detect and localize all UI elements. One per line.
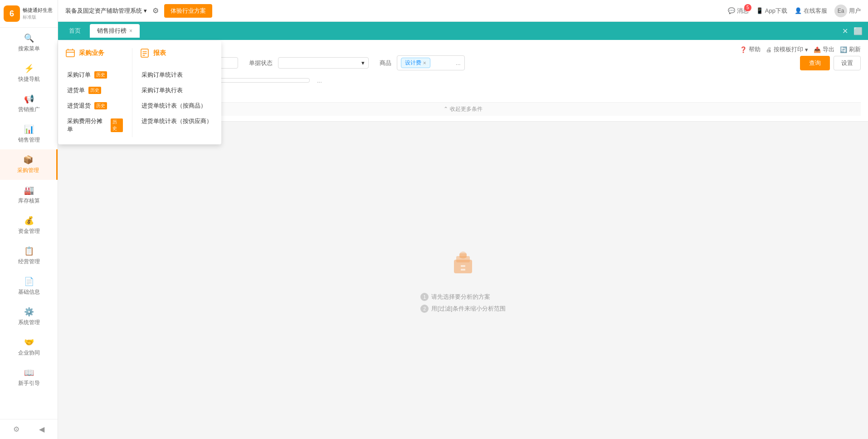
tab-home[interactable]: 首页 xyxy=(62,24,88,38)
cooperation-icon: 🤝 xyxy=(24,337,34,347)
sidebar-item-label-guide: 新手引导 xyxy=(18,380,40,387)
svg-rect-3 xyxy=(459,253,467,258)
incoming-label: 进货单 xyxy=(67,86,85,94)
sidebar-item-marketing[interactable]: 📢 营销推广 xyxy=(0,89,58,119)
sidebar-item-label-marketing: 营销推广 xyxy=(18,106,40,113)
online-service-btn[interactable]: 👤 在线客服 xyxy=(795,7,827,15)
sidebar-item-label-search: 搜索菜单 xyxy=(18,45,40,53)
tip-1-text: 请先选择要分析的方案 xyxy=(431,291,490,303)
sidebar-item-system[interactable]: ⚙️ 系统管理 xyxy=(0,301,58,332)
sidebar-item-finance[interactable]: 💰 资金管理 xyxy=(0,210,58,241)
report-col-title: 报表 xyxy=(153,49,166,57)
incoming-history: 历史 xyxy=(88,87,101,94)
sidebar-item-purchase[interactable]: 📦 采购管理 xyxy=(0,149,58,180)
query-btn[interactable]: 查询 xyxy=(800,56,830,70)
sidebar-item-label-inventory: 库存核算 xyxy=(18,197,40,205)
menu-item-purchase-order[interactable]: 采购订单 历史 xyxy=(65,67,125,83)
goods-select[interactable]: 设计费 × ... xyxy=(397,55,465,70)
system-icon: ⚙️ xyxy=(24,307,34,317)
sidebar-item-guide[interactable]: 📖 新手引导 xyxy=(0,362,58,393)
menu-item-incoming-stats-goods[interactable]: 进货单统计表（按商品） xyxy=(140,98,214,113)
tab-sales-rank-label: 销售排行榜 xyxy=(97,27,127,35)
sidebar-item-management[interactable]: 📋 经营管理 xyxy=(0,241,58,271)
report-col: 报表 采购订单统计表 采购订单执行表 进货单统计表（按商品） 进货单统计表（按供… xyxy=(140,48,214,137)
sidebar-item-inventory[interactable]: 🏭 库存核算 xyxy=(0,180,58,210)
tab-sales-rank[interactable]: 销售排行榜 × xyxy=(90,24,140,38)
print-btn[interactable]: 🖨 按模板打印 ▾ xyxy=(766,45,808,54)
tab-maximize-icon[interactable]: ⬜ xyxy=(852,25,864,37)
menu-item-return[interactable]: 进货退货 历史 xyxy=(65,98,125,113)
logo-text: 畅捷通好生意 xyxy=(23,7,53,14)
refresh-btn[interactable]: 🔄 刷新 xyxy=(840,45,861,54)
report-col-icon xyxy=(140,48,150,58)
report-col-header: 报表 xyxy=(140,48,214,62)
message-btn[interactable]: 💬 消息 5 xyxy=(728,7,749,15)
purchase-col-header: 采购业务 xyxy=(65,48,125,62)
tab-bar: 首页 销售排行榜 × ✕ ⬜ xyxy=(58,22,868,40)
sidebar-item-basic-info[interactable]: 📄 基础信息 xyxy=(0,271,58,301)
dropdown-arrow-icon: ▾ xyxy=(144,7,147,14)
sidebar-settings-btn[interactable]: ⚙ xyxy=(13,425,20,434)
sidebar-item-cooperation[interactable]: 🤝 企业协同 xyxy=(0,332,58,362)
sidebar-item-label-purchase: 采购管理 xyxy=(17,167,39,174)
top-bar: 装备及固定资产辅助管理系统 ▾ ⚙ 体验行业方案 💬 消息 5 📱 App下载 … xyxy=(58,0,868,22)
goods-tag-close[interactable]: × xyxy=(423,60,426,66)
order-stats-label: 采购订单统计表 xyxy=(141,71,183,79)
sidebar-item-label-sales: 销售管理 xyxy=(18,136,40,144)
goods-dots[interactable]: ... xyxy=(456,59,461,66)
sidebar-item-sales[interactable]: 📊 销售管理 xyxy=(0,119,58,149)
purchase-order-label: 采购订单 xyxy=(67,71,91,79)
tab-close-window-icon[interactable]: ✕ xyxy=(840,25,850,37)
return-label: 进货退货 xyxy=(67,102,91,110)
tip-item-2: 2 用[过滤]条件来缩小分析范围 xyxy=(420,303,505,315)
print-icon: 🖨 xyxy=(766,46,772,53)
app-download-btn[interactable]: 📱 App下载 xyxy=(756,7,787,15)
salesman-dots[interactable]: ... xyxy=(317,77,322,84)
settings-icon[interactable]: ⚙ xyxy=(152,6,159,15)
inventory-icon: 🏭 xyxy=(24,185,34,195)
purchase-col-title: 采购业务 xyxy=(79,49,104,57)
purchase-expense-label: 采购费用分摊单 xyxy=(67,117,107,133)
user-avatar: Ea xyxy=(834,5,847,17)
sidebar-collapse-btn[interactable]: ◀ xyxy=(39,425,44,434)
empty-illustration xyxy=(445,246,481,284)
toolbar-right: ❓ 帮助 🖨 按模板打印 ▾ 📤 导出 🔄 xyxy=(740,45,861,54)
salesman-select[interactable] xyxy=(219,78,310,83)
sidebar-item-search[interactable]: 🔍 搜索菜单 xyxy=(0,28,58,58)
status-label: 单据状态 xyxy=(249,59,273,67)
menu-item-purchase-expense[interactable]: 采购费用分摊单 历史 xyxy=(65,113,125,137)
return-history: 历史 xyxy=(94,102,107,109)
message-icon: 💬 xyxy=(728,7,735,14)
menu-item-order-exec[interactable]: 采购订单执行表 xyxy=(140,83,214,98)
menu-item-order-stats[interactable]: 采购订单统计表 xyxy=(140,67,214,83)
quick-nav-icon: ⚡ xyxy=(24,64,34,74)
user-area[interactable]: Ea 用户 xyxy=(834,5,861,17)
sidebar-item-label-cooperation: 企业协同 xyxy=(18,349,40,357)
tip-item-1: 1 请先选择要分析的方案 xyxy=(420,291,505,303)
sidebar-item-label-quick: 快捷导航 xyxy=(18,75,40,83)
menu-item-incoming-stats-supplier[interactable]: 进货单统计表（按供应商） xyxy=(140,113,214,129)
status-arrow-icon: ▾ xyxy=(361,59,365,66)
user-label: 用户 xyxy=(849,7,861,15)
logo-area: 6 畅捷通好生意 标准版 xyxy=(0,0,58,28)
sidebar-item-quick-nav[interactable]: ⚡ 快捷导航 xyxy=(0,58,58,89)
order-exec-label: 采购订单执行表 xyxy=(141,86,183,94)
settings-btn[interactable]: 设置 xyxy=(834,56,861,70)
purchase-icon: 📦 xyxy=(23,155,33,165)
menu-grid: 采购业务 采购订单 历史 进货单 历史 进货退货 历史 采购费用分摊单 历史 xyxy=(65,48,214,137)
status-select[interactable]: ▾ xyxy=(278,57,369,69)
tab-close-icon[interactable]: × xyxy=(129,28,132,34)
top-bar-right: 💬 消息 5 📱 App下载 👤 在线客服 Ea 用户 xyxy=(728,5,861,17)
purchase-col: 采购业务 采购订单 历史 进货单 历史 进货退货 历史 采购费用分摊单 历史 xyxy=(65,48,132,137)
sidebar-nav: 🔍 搜索菜单 ⚡ 快捷导航 📢 营销推广 📊 销售管理 📦 采购管理 🏭 xyxy=(0,28,58,419)
export-label: 导出 xyxy=(823,45,834,54)
system-title-area[interactable]: 装备及固定资产辅助管理系统 ▾ xyxy=(65,7,147,15)
empty-tips: 1 请先选择要分析的方案 2 用[过滤]条件来缩小分析范围 xyxy=(420,291,505,315)
logo-icon: 6 xyxy=(4,5,20,22)
svg-rect-7 xyxy=(141,49,148,57)
industry-btn[interactable]: 体验行业方案 xyxy=(164,4,212,18)
help-btn[interactable]: ❓ 帮助 xyxy=(740,45,761,54)
export-btn[interactable]: 📤 导出 xyxy=(814,45,834,54)
menu-item-incoming[interactable]: 进货单 历史 xyxy=(65,83,125,98)
sidebar-item-label-basic: 基础信息 xyxy=(18,288,40,296)
